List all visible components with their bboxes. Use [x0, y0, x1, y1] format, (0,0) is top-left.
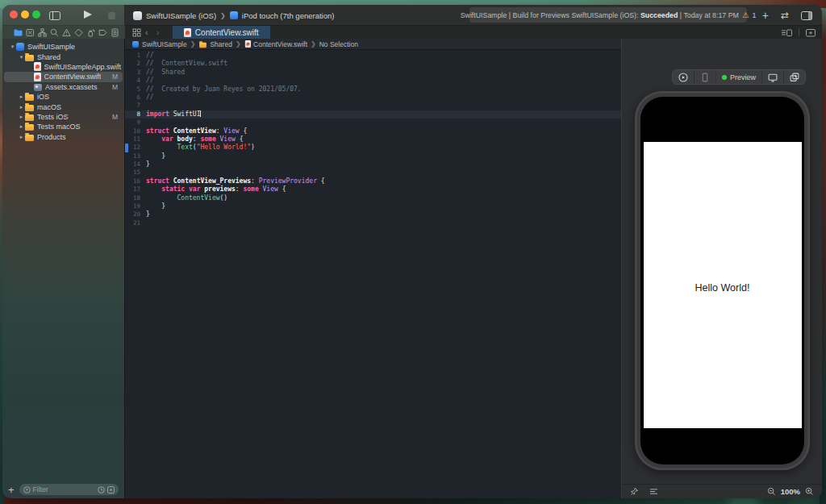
breadcrumb-item[interactable]: ContentView.swift	[244, 40, 307, 48]
disclosure-icon[interactable]: ▸	[18, 114, 25, 120]
add-file-button[interactable]: +	[8, 485, 15, 495]
code-line[interactable]: 20}	[125, 210, 621, 219]
scheme-name: SwiftUISample (iOS)	[146, 11, 216, 20]
close-window-button[interactable]	[10, 10, 18, 19]
editor-arrows-icon[interactable]: ⇄	[781, 10, 789, 21]
code-line[interactable]: 1//	[125, 52, 621, 60]
code-line[interactable]: 8import SwiftUI	[125, 110, 621, 119]
code-line[interactable]: 17 static var previews: some View {	[125, 185, 621, 194]
code-line[interactable]: 3// Shared	[125, 69, 621, 77]
breadcrumb-item[interactable]: No Selection	[319, 40, 358, 48]
filter-field[interactable]: Filter	[19, 484, 119, 495]
code-line[interactable]: 18 ContentView()	[125, 194, 621, 202]
disclosure-icon[interactable]: ▾	[18, 54, 25, 60]
line-number: 17	[125, 185, 146, 194]
code-line[interactable]: 2// ContentView.swift	[125, 60, 621, 68]
sidebar-item-tests-macos[interactable]: ▸Tests macOS	[4, 122, 123, 131]
line-number: 13	[125, 152, 146, 160]
line-number: 11	[125, 135, 146, 144]
sidebar-item-tests-ios[interactable]: ▸Tests iOSM	[4, 112, 123, 122]
back-icon[interactable]: ‹	[141, 28, 152, 37]
code-line[interactable]: 15	[125, 169, 621, 177]
sidebar-item-swiftuisample[interactable]: ▾SwiftUISample	[4, 42, 123, 52]
tab-contentview-swift[interactable]: ContentView.swift	[173, 26, 269, 40]
source-control-navigator-icon[interactable]	[26, 28, 35, 37]
minimize-window-button[interactable]	[21, 10, 29, 19]
live-preview-button[interactable]	[673, 70, 695, 84]
sidebar-item-ios[interactable]: ▸iOS	[4, 92, 123, 102]
disclosure-icon[interactable]: ▸	[18, 134, 25, 140]
forward-icon[interactable]: ›	[152, 28, 164, 37]
sidebar-item-shared[interactable]: ▾Shared	[4, 52, 123, 61]
disclosure-icon[interactable]: ▸	[18, 123, 25, 130]
code-line[interactable]: 19 }	[125, 202, 621, 210]
code-line[interactable]: 5// Created by Juan Reyes on 2021/05/07.	[125, 85, 621, 94]
folder-icon	[25, 115, 34, 121]
library-add-icon[interactable]: +	[762, 10, 769, 21]
code-line[interactable]: 7	[125, 102, 621, 110]
sidebar-item-swiftuisampleapp-swift[interactable]: SwiftUISampleApp.swift	[4, 62, 123, 72]
duplicate-preview-button[interactable]	[784, 70, 805, 84]
find-navigator-icon[interactable]	[50, 28, 59, 37]
toggle-navigator-icon[interactable]	[49, 11, 60, 20]
stop-button[interactable]	[108, 12, 115, 19]
report-navigator-icon[interactable]	[111, 28, 119, 37]
toggle-inspector-icon[interactable]	[801, 11, 812, 20]
warning-icon[interactable]: ⚠	[742, 11, 749, 19]
project-navigator-icon[interactable]	[14, 28, 23, 37]
canvas-bottom-bar: 100%	[622, 484, 822, 498]
scheme-selector[interactable]: SwiftUISample (iOS) ❯ iPod touch (7th ge…	[133, 8, 334, 23]
line-number: 21	[125, 219, 146, 227]
code-line[interactable]: 13 }	[125, 152, 621, 160]
preview-on-device-button[interactable]	[695, 70, 716, 84]
recent-files-icon[interactable]	[98, 486, 105, 494]
pin-preview-icon[interactable]	[630, 487, 639, 496]
breakpoint-navigator-icon[interactable]	[98, 28, 107, 37]
zoom-in-icon[interactable]	[805, 487, 814, 496]
code-line[interactable]: 4//	[125, 77, 621, 85]
disclosure-icon[interactable]: ▸	[18, 94, 25, 100]
swift-file-icon	[184, 28, 191, 37]
preview-device-frame[interactable]: Hello World!	[635, 91, 810, 470]
add-editor-icon[interactable]	[806, 28, 816, 37]
line-number: 14	[125, 160, 146, 169]
line-number: 20	[125, 210, 146, 219]
code-lines[interactable]: 1//2// ContentView.swift3// Shared4//5//…	[125, 50, 621, 498]
code-line[interactable]: 11 var body: some View {	[125, 135, 621, 144]
sidebar-item-products[interactable]: ▸Products	[4, 132, 123, 142]
line-number: 16	[125, 177, 146, 185]
activity-status-bar[interactable]: SwiftUISample | Build for Previews Swift…	[469, 7, 747, 23]
code-line[interactable]: 10struct ContentView: View {	[125, 127, 621, 135]
disclosure-icon[interactable]: ▸	[18, 104, 25, 110]
zoom-level[interactable]: 100%	[781, 487, 800, 496]
breadcrumb-item[interactable]: Shared	[198, 40, 232, 48]
issue-navigator-icon[interactable]	[62, 28, 71, 37]
sidebar-item-assets-xcassets[interactable]: Assets.xcassetsM	[4, 82, 123, 92]
related-items-icon[interactable]	[125, 28, 141, 37]
sidebar-item-contentview-swift[interactable]: ContentView.swiftM	[4, 72, 123, 81]
code-line[interactable]: 21	[125, 219, 621, 227]
code-line[interactable]: 16struct ContentView_Previews: PreviewPr…	[125, 177, 621, 185]
code-line[interactable]: 14}	[125, 160, 621, 169]
sidebar-item-macos[interactable]: ▸macOS	[4, 102, 123, 111]
preview-status[interactable]: Preview	[716, 70, 762, 84]
run-button[interactable]	[84, 10, 92, 19]
disclosure-icon[interactable]: ▾	[9, 44, 16, 50]
code-line[interactable]: 12 Text("Hello World!")	[125, 144, 621, 152]
swift-icon	[244, 40, 250, 48]
symbol-navigator-icon[interactable]	[38, 28, 47, 37]
editor-options-icon[interactable]	[781, 28, 792, 37]
navigator-bar	[2, 25, 125, 39]
code-line[interactable]: 6//	[125, 94, 621, 102]
toolbar-left	[2, 5, 125, 39]
breadcrumb-item[interactable]: SwiftUISample	[131, 40, 187, 48]
debug-navigator-icon[interactable]	[86, 28, 95, 37]
zoom-out-icon[interactable]	[767, 487, 776, 496]
run-destination: iPod touch (7th generation)	[242, 11, 335, 20]
canvas-settings-icon[interactable]	[649, 487, 658, 496]
zoom-window-button[interactable]	[32, 10, 40, 19]
test-navigator-icon[interactable]	[74, 28, 83, 37]
code-line[interactable]: 9	[125, 119, 621, 127]
preview-display-button[interactable]	[762, 70, 784, 84]
source-control-filter-icon[interactable]	[107, 486, 115, 494]
